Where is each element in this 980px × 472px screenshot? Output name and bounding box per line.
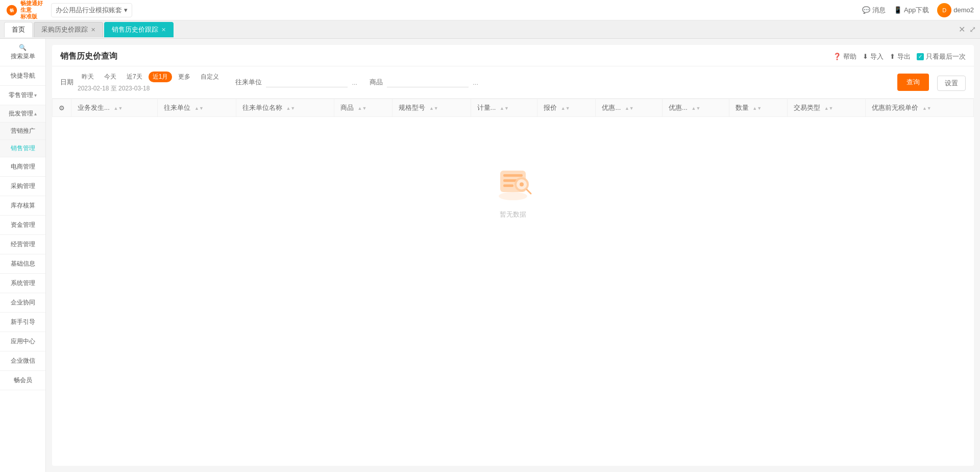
goods-input[interactable]	[387, 77, 469, 87]
sidebar-item-marketing[interactable]: 营销推广	[0, 123, 45, 140]
sidebar-item-ecom-mgmt[interactable]: 电商管理	[0, 157, 45, 177]
app-selector[interactable]: 办公用品行业模拟账套 ▾	[51, 3, 132, 17]
sidebar-item-purchase-mgmt[interactable]: 采购管理	[0, 177, 45, 196]
header-right: 💬 消息 📱 App下载 D demo2	[862, 3, 974, 17]
col-trade-type: 交易类型 ▲▼	[788, 99, 866, 117]
table-header-row: ⚙ 业务发生... ▲▼ 往来单位 ▲▼ 往来单位名称 ▲	[53, 99, 974, 117]
sort-trade-type-icon[interactable]: ▲▼	[824, 106, 834, 111]
username-label: demo2	[953, 6, 974, 14]
sidebar-item-enterprise-wechat[interactable]: 企业微信	[0, 351, 45, 371]
maximize-icon[interactable]: ⤢	[969, 25, 976, 34]
sidebar-item-enterprise[interactable]: 企业协同	[0, 293, 45, 313]
empty-state: 暂无数据	[52, 117, 974, 260]
sort-partner-code-icon[interactable]: ▲▼	[194, 106, 204, 111]
sort-qty-icon[interactable]: ▲▼	[752, 106, 762, 111]
newbie-label: 新手引导	[11, 318, 35, 326]
sort-pre-tax-icon[interactable]: ▲▼	[922, 106, 932, 111]
download-action[interactable]: 📱 App下载	[894, 6, 929, 15]
tab-purchase-history-label: 采购历史价跟踪	[41, 25, 88, 34]
sidebar-item-retail-mgmt[interactable]: 零售管理 ▾	[0, 86, 45, 105]
sort-goods-icon[interactable]: ▲▼	[358, 106, 367, 111]
date-filter-group: 日期 昨天 今天 近7天 近1月 更多 自定义 2023-02-18 至 202…	[60, 72, 223, 93]
sidebar-item-wholesale-mgmt[interactable]: 批发管理 ▴	[0, 105, 45, 123]
tab-purchase-history[interactable]: 采购历史价跟踪 ✕	[34, 22, 103, 37]
header-left: 畅 畅捷通好生意 标准版 办公用品行业模拟账套 ▾	[6, 0, 132, 20]
sort-partner-name-icon[interactable]: ▲▼	[286, 106, 295, 111]
sales-mgmt-label: 销售管理	[11, 145, 35, 152]
date-opt-1month[interactable]: 近1月	[149, 72, 173, 82]
sidebar-item-sys-mgmt[interactable]: 系统管理	[0, 274, 45, 293]
svg-text:畅: 畅	[10, 8, 14, 13]
ops-mgmt-label: 经营管理	[11, 240, 35, 249]
export-action[interactable]: ⬆ 导出	[890, 52, 911, 61]
setting-button[interactable]: 设置	[937, 76, 966, 91]
logo-text: 畅捷通好生意 标准版	[20, 0, 47, 20]
svg-line-9	[527, 190, 531, 194]
sort-unit-icon[interactable]: ▲▼	[500, 106, 509, 111]
date-opt-more[interactable]: 更多	[174, 72, 194, 82]
message-action[interactable]: 💬 消息	[862, 6, 886, 15]
query-button[interactable]: 查询	[897, 74, 929, 91]
goods-filter-group: 商品 ...	[370, 77, 478, 87]
col-qty: 数量 ▲▼	[729, 99, 787, 117]
tab-bar-controls: ✕ ⤢	[959, 25, 976, 34]
date-opt-yesterday[interactable]: 昨天	[78, 72, 98, 82]
col-goods: 商品 ▲▼	[334, 99, 392, 117]
tab-home[interactable]: 首页	[4, 22, 33, 37]
chevron-down-icon: ▾	[34, 92, 37, 98]
filter-buttons: 查询 设置	[897, 74, 966, 91]
empty-text: 暂无数据	[500, 210, 526, 219]
help-action[interactable]: ❓ 帮助	[833, 52, 856, 61]
sidebar-item-quick-nav[interactable]: 快捷导航	[0, 66, 45, 86]
goods-more-icon[interactable]: ...	[473, 79, 478, 86]
download-label: App下载	[904, 6, 929, 15]
sort-discount1-icon[interactable]: ▲▼	[625, 106, 634, 111]
sidebar-item-inventory[interactable]: 库存核算	[0, 196, 45, 216]
col-biz-date: 业务发生... ▲▼	[71, 99, 158, 117]
sort-spec-icon[interactable]: ▲▼	[429, 106, 438, 111]
tab-bar: 首页 采购历史价跟踪 ✕ 销售历史价跟踪 ✕ ✕ ⤢	[0, 20, 980, 39]
col-settings[interactable]: ⚙	[53, 99, 71, 117]
user-action[interactable]: D demo2	[937, 3, 974, 17]
sort-quote-icon[interactable]: ▲▼	[561, 106, 570, 111]
col-quote: 报价 ▲▼	[537, 99, 596, 117]
svg-point-2	[499, 192, 527, 200]
only-last-checkbox[interactable]: ✓ 只看最后一次	[917, 52, 966, 61]
app-center-label: 应用中心	[11, 337, 35, 346]
page-header: 销售历史价查询 ❓ 帮助 ⬇ 导入 ⬆ 导出 ✓	[52, 45, 974, 66]
date-opt-7days[interactable]: 近7天	[122, 72, 146, 82]
partner-more-icon[interactable]: ...	[352, 79, 357, 86]
sort-biz-date-icon[interactable]: ▲▼	[113, 106, 122, 111]
sidebar-item-basic-info[interactable]: 基础信息	[0, 254, 45, 274]
sidebar-item-finance-mgmt[interactable]: 资金管理	[0, 216, 45, 235]
col-discount2: 优惠... ▲▼	[663, 99, 729, 117]
date-options-row: 昨天 今天 近7天 近1月 更多 自定义 2023-02-18 至 2023-0…	[78, 72, 223, 93]
sidebar-item-member[interactable]: 畅会员	[0, 371, 45, 390]
sort-discount2-icon[interactable]: ▲▼	[692, 106, 701, 111]
tab-sales-history[interactable]: 销售历史价跟踪 ✕	[104, 22, 174, 37]
close-purchase-tab-icon[interactable]: ✕	[91, 27, 95, 33]
sidebar-item-app-center[interactable]: 应用中心	[0, 332, 45, 351]
import-action[interactable]: ⬇ 导入	[863, 52, 884, 61]
sidebar-item-newbie[interactable]: 新手引导	[0, 313, 45, 332]
sidebar-item-ops-mgmt[interactable]: 经营管理	[0, 235, 45, 254]
tab-home-label: 首页	[12, 25, 25, 34]
date-opt-today[interactable]: 今天	[100, 72, 120, 82]
sidebar-item-search-menu[interactable]: 🔍 搜索菜单	[0, 39, 45, 66]
table-head: ⚙ 业务发生... ▲▼ 往来单位 ▲▼ 往来单位名称 ▲	[53, 99, 974, 117]
only-last-label: 只看最后一次	[926, 52, 966, 61]
quick-nav-label: 快捷导航	[11, 72, 35, 80]
col-unit: 计量... ▲▼	[471, 99, 537, 117]
search-menu-icon: 🔍	[19, 44, 27, 51]
close-sales-tab-icon[interactable]: ✕	[161, 27, 166, 33]
wholesale-mgmt-label: 批发管理	[9, 109, 33, 118]
logo: 畅 畅捷通好生意 标准版	[6, 0, 47, 20]
avatar: D	[937, 3, 951, 17]
sidebar-item-sales-mgmt[interactable]: 销售管理	[0, 140, 45, 157]
date-opt-custom[interactable]: 自定义	[197, 72, 223, 82]
main-layout: 🔍 搜索菜单 快捷导航 零售管理 ▾ 批发管理 ▴ 营销推广 销售管理 电商管理…	[0, 39, 980, 472]
marketing-label: 营销推广	[11, 127, 35, 134]
col-partner-code: 往来单位 ▲▼	[158, 99, 236, 117]
partner-input[interactable]	[266, 77, 348, 87]
close-all-tabs-icon[interactable]: ✕	[959, 25, 965, 34]
